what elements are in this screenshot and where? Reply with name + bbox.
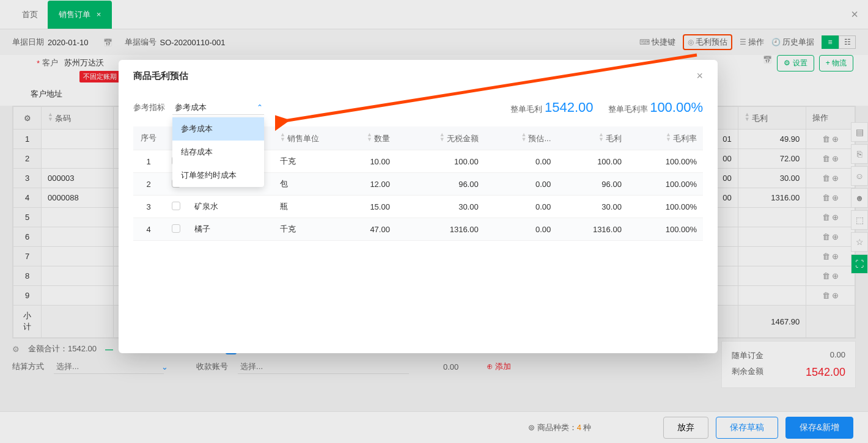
total-profit-value: 1542.00 (545, 100, 594, 115)
col-est[interactable]: ▲▼预估... (485, 126, 557, 150)
indicator-input[interactable] (172, 100, 264, 115)
total-rate-value: 100.00% (650, 100, 703, 115)
dropdown-menu: 参考成本 结存成本 订单签约时成本 (172, 117, 264, 187)
table-row[interactable]: 4橘子千克47.001316.000.001316.00100.00% (133, 218, 703, 241)
dropdown-option[interactable]: 参考成本 (172, 117, 264, 141)
dropdown-option[interactable]: 订单签约时成本 (172, 164, 264, 187)
checkbox[interactable] (172, 202, 180, 210)
col-qty[interactable]: ▲▼数量 (335, 126, 396, 150)
total-rate-label: 整单毛利率 (608, 104, 648, 114)
chevron-up-icon[interactable]: ⌄ (257, 103, 263, 111)
col-rate[interactable]: ▲▼毛利率 (628, 126, 703, 150)
dropdown-option[interactable]: 结存成本 (172, 141, 264, 164)
modal-title: 商品毛利预估 (133, 70, 188, 82)
total-profit-label: 整单毛利 (510, 104, 542, 114)
col-profit[interactable]: ▲▼毛利 (557, 126, 628, 150)
close-icon[interactable]: × (696, 70, 703, 82)
indicator-label: 参考指标 (133, 102, 165, 113)
col-unit[interactable]: ▲▼销售单位 (274, 126, 335, 150)
checkbox[interactable] (172, 224, 180, 233)
profit-estimate-modal: 商品毛利预估 × 参考指标 ⌄ 参考成本 结存成本 订单签约时成本 整单毛利 1… (119, 60, 718, 353)
col-seq: 序号 (133, 126, 164, 150)
table-row[interactable]: 3矿泉水瓶15.0030.000.0030.00100.00% (133, 196, 703, 218)
indicator-dropdown[interactable]: ⌄ 参考成本 结存成本 订单签约时成本 (172, 100, 264, 115)
col-amount[interactable]: ▲▼无税金额 (396, 126, 485, 150)
